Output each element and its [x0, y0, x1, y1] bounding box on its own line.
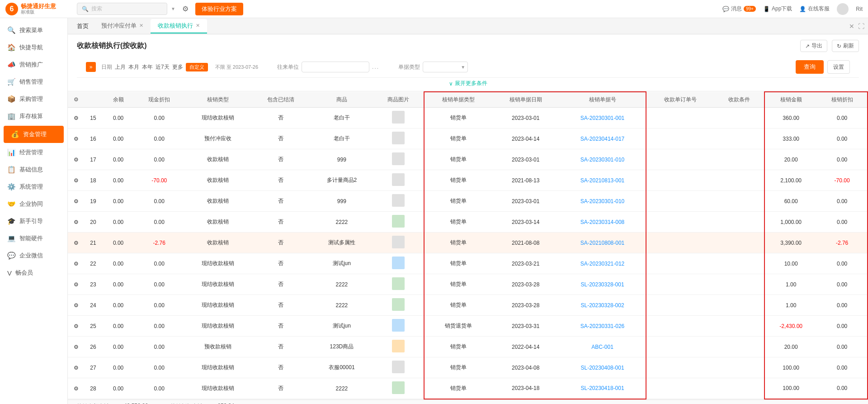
- filter-more[interactable]: 更多: [172, 63, 183, 71]
- sidebar-item-hardware[interactable]: 💻 智能硬件: [0, 230, 67, 247]
- counterpart-filter-group: 往来单位 ...: [277, 62, 379, 72]
- cell-cash-discount: 0.00: [134, 212, 184, 233]
- sidebar-item-guide[interactable]: 🎓 新手引导: [0, 213, 67, 230]
- sidebar-item-system[interactable]: ⚙️ 系统管理: [0, 178, 67, 195]
- date-label: 日期: [101, 63, 112, 71]
- cell-writeoff-date: 2023-03-01: [492, 108, 559, 128]
- cell-writeoff-amount: 360.00: [764, 108, 817, 128]
- col-seq: [84, 92, 102, 108]
- cell-writeoff-discount: 0.00: [817, 253, 868, 274]
- filter-recent7[interactable]: 近7天: [156, 63, 170, 71]
- sidebar-item-collab[interactable]: 🤝 企业协同: [0, 195, 67, 213]
- hardware-icon: 💻: [7, 234, 16, 242]
- close-all-tabs-button[interactable]: ✕: [849, 23, 854, 30]
- expand-filter-button[interactable]: »: [86, 62, 96, 72]
- tab-prepay-close[interactable]: ✕: [139, 23, 143, 29]
- cell-settings[interactable]: ⚙: [68, 170, 84, 191]
- message-badge[interactable]: 💬 消息 99+: [722, 5, 756, 13]
- table-row: ⚙ 23 0.00 0.00 现结收款核销 否 2222 销货单 2023-03…: [68, 274, 868, 295]
- sidebar-item-inventory[interactable]: 🏢 库存核算: [0, 108, 67, 125]
- cell-cash-discount: 0.00: [134, 378, 184, 399]
- expand-icon: ∨: [449, 81, 453, 87]
- cell-settings[interactable]: ⚙: [68, 128, 84, 149]
- dropdown-arrow-icon[interactable]: ▼: [171, 6, 175, 11]
- col-cash-discount: 现金折扣: [134, 92, 184, 108]
- export-button[interactable]: ↗ 导出: [800, 40, 827, 52]
- cell-settings[interactable]: ⚙: [68, 295, 84, 316]
- cell-settings[interactable]: ⚙: [68, 357, 84, 378]
- tab-home[interactable]: 首页: [71, 19, 94, 33]
- cell-seq: 20: [84, 212, 102, 233]
- cell-settings[interactable]: ⚙: [68, 378, 84, 399]
- cell-settings[interactable]: ⚙: [68, 337, 84, 357]
- cell-writeoff-voucher-type: 销货单: [424, 253, 492, 274]
- setting-button[interactable]: 设置: [827, 60, 850, 74]
- tab-prepay[interactable]: 预付冲应付单 ✕: [94, 19, 151, 33]
- cell-writeoff-num: SL-20230418-001: [559, 378, 646, 399]
- user-avatar[interactable]: [837, 3, 849, 15]
- cell-writeoff-num: SA-20230331-026: [559, 316, 646, 337]
- cell-writeoff-voucher-type: 销货单: [424, 233, 492, 253]
- filter-this-month[interactable]: 本月: [128, 63, 139, 71]
- cell-payment-condition: [714, 253, 764, 274]
- col-product: 商品: [310, 92, 373, 108]
- gear-button[interactable]: ⚙: [179, 3, 192, 15]
- cell-writeoff-discount: 0.00: [817, 337, 868, 357]
- cell-writeoff-amount: 60.00: [764, 191, 817, 212]
- sidebar-item-wechat[interactable]: 💬 企业微信: [0, 247, 67, 264]
- sidebar-item-purchase[interactable]: 📦 采购管理: [0, 90, 67, 108]
- cell-included: 否: [251, 253, 310, 274]
- cell-writeoff-type: 现结收款核销: [184, 316, 251, 337]
- cell-settings[interactable]: ⚙: [68, 212, 84, 233]
- sidebar-item-marketing[interactable]: 📣 营销推广: [0, 56, 67, 73]
- cell-settings[interactable]: ⚙: [68, 108, 84, 128]
- cell-payment-condition: [714, 233, 764, 253]
- sidebar-item-basic[interactable]: 📋 基础信息: [0, 161, 67, 178]
- sidebar: 🔍 搜索菜单 🏠 快捷导航 📣 营销推广 🛒 销售管理 📦 采购管理 🏢 库存核…: [0, 18, 68, 404]
- cell-settings[interactable]: ⚙: [68, 274, 84, 295]
- cell-included: 否: [251, 170, 310, 191]
- counterpart-input[interactable]: [302, 62, 369, 72]
- tab-receipt-close[interactable]: ✕: [196, 23, 200, 29]
- maximize-button[interactable]: ⛶: [858, 23, 864, 30]
- page-actions: ↗ 导出 ↻ 刷新: [800, 40, 859, 52]
- cell-writeoff-discount: 0.00: [817, 191, 868, 212]
- cell-balance: 0.00: [102, 170, 134, 191]
- cell-balance: 0.00: [102, 274, 134, 295]
- filter-custom-button[interactable]: 自定义: [186, 63, 208, 71]
- refresh-icon: ↻: [837, 43, 841, 49]
- expand-more-button[interactable]: ∨ 展开更多条件: [449, 80, 487, 87]
- cell-writeoff-discount: -70.00: [817, 170, 868, 191]
- cell-settings[interactable]: ⚙: [68, 233, 84, 253]
- cell-settings[interactable]: ⚙: [68, 191, 84, 212]
- filter-this-year[interactable]: 本年: [142, 63, 153, 71]
- table-row: ⚙ 27 0.00 0.00 现结收款核销 否 衣服00001 销货单 2023…: [68, 357, 868, 378]
- sidebar-item-search[interactable]: 🔍 搜索菜单: [0, 22, 67, 39]
- table-row: ⚙ 20 0.00 0.00 收款核销 否 2222 销货单 2023-03-1…: [68, 212, 868, 233]
- tab-receipt[interactable]: 收款核销执行 ✕: [151, 19, 207, 33]
- cell-writeoff-discount: 0.00: [817, 295, 868, 316]
- query-button[interactable]: 查询: [796, 60, 824, 74]
- sidebar-item-member[interactable]: V 畅会员: [0, 264, 67, 281]
- filter-last-month[interactable]: 上月: [115, 63, 126, 71]
- col-settings[interactable]: ⚙: [68, 92, 84, 108]
- search-box[interactable]: 🔍 搜索: [77, 3, 167, 15]
- cell-writeoff-amount: 333.00: [764, 128, 817, 149]
- cell-settings[interactable]: ⚙: [68, 253, 84, 274]
- col-writeoff-num: 核销单据号: [559, 92, 646, 108]
- footer-amount-value: 40,556,66...: [124, 403, 152, 404]
- cell-settings[interactable]: ⚙: [68, 316, 84, 337]
- solution-button[interactable]: 体验行业方案: [195, 3, 243, 15]
- sidebar-item-finance[interactable]: 💰 资金管理: [4, 126, 64, 143]
- sidebar-item-sales[interactable]: 🛒 销售管理: [0, 73, 67, 90]
- cell-settings[interactable]: ⚙: [68, 149, 84, 170]
- voucher-type-select[interactable]: [423, 62, 468, 72]
- online-service-link[interactable]: 👤 在线客服: [799, 5, 830, 13]
- cell-product-img: [373, 378, 424, 399]
- cell-cash-discount: 0.00: [134, 274, 184, 295]
- sidebar-item-nav[interactable]: 🏠 快捷导航: [0, 39, 67, 56]
- refresh-button[interactable]: ↻ 刷新: [832, 40, 859, 52]
- guide-icon: 🎓: [7, 217, 16, 225]
- app-download-link[interactable]: 📱 App下载: [763, 5, 792, 13]
- sidebar-item-operations[interactable]: 📊 经营管理: [0, 144, 67, 161]
